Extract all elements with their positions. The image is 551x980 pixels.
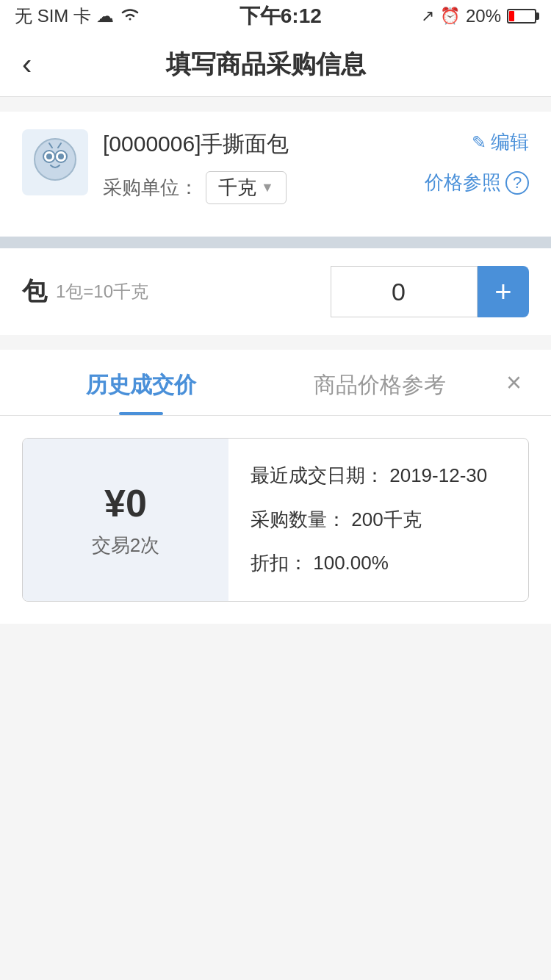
product-left: [0000006]手撕面包 采购单位： 千克 ▼ — [22, 129, 289, 204]
unit-label: 采购单位： — [103, 175, 198, 201]
back-button[interactable]: ‹ — [22, 48, 32, 81]
tab-price-ref[interactable]: 商品价格参考 — [260, 350, 498, 415]
help-icon[interactable]: ? — [505, 171, 529, 195]
quantity-input[interactable] — [331, 266, 478, 317]
history-card-left: ¥0 交易2次 — [23, 439, 228, 601]
bottom-space — [0, 624, 551, 980]
discount-value: 100.00% — [313, 552, 389, 574]
product-card: [0000006]手撕面包 采购单位： 千克 ▼ ✎ 编辑 价格参照 ? — [0, 112, 551, 237]
battery-percent: 20% — [466, 6, 501, 26]
tab-section: 历史成交价 商品价格参考 × ¥0 交易2次 最近成交日期： 2019-12-3… — [0, 350, 551, 624]
dropdown-arrow-icon: ▼ — [261, 180, 274, 195]
package-conversion: 1包=10千克 — [56, 280, 148, 303]
sim-label: 无 SIM 卡 ☁ — [15, 4, 114, 28]
edit-label: 编辑 — [491, 129, 529, 155]
product-right-col: ✎ 编辑 价格参照 ? — [425, 129, 529, 195]
quantity-controls: + — [331, 266, 529, 317]
purchase-quantity-label: 采购数量： — [251, 508, 346, 530]
product-info: [0000006]手撕面包 采购单位： 千克 ▼ — [103, 129, 289, 204]
recent-date-label: 最近成交日期： — [251, 464, 384, 486]
unit-dropdown[interactable]: 千克 ▼ — [206, 171, 287, 204]
edit-icon: ✎ — [472, 132, 486, 153]
unit-value: 千克 — [218, 175, 256, 201]
tab-history-price[interactable]: 历史成交价 — [22, 350, 260, 415]
battery-icon — [507, 9, 536, 24]
svg-point-4 — [58, 154, 64, 159]
quantity-plus-button[interactable]: + — [478, 266, 529, 317]
status-time: 下午6:12 — [240, 2, 322, 30]
discount-label: 折扣： — [251, 552, 308, 574]
svg-point-3 — [46, 154, 52, 159]
price-ref-label: 价格参照 — [425, 170, 501, 195]
tab-price-ref-label: 商品价格参考 — [314, 372, 446, 397]
wifi-icon — [120, 6, 140, 26]
product-logo — [33, 137, 77, 188]
product-image — [22, 129, 88, 195]
tab-history-price-label: 历史成交价 — [86, 372, 196, 397]
history-price: ¥0 — [104, 481, 147, 525]
history-content: ¥0 交易2次 最近成交日期： 2019-12-30 采购数量： 200千克 折… — [0, 416, 551, 624]
history-card: ¥0 交易2次 最近成交日期： 2019-12-30 采购数量： 200千克 折… — [22, 438, 529, 602]
history-card-right: 最近成交日期： 2019-12-30 采购数量： 200千克 折扣： 100.0… — [228, 439, 528, 601]
purchase-quantity-value: 200千克 — [351, 508, 421, 530]
divider-bar — [0, 237, 551, 248]
tab-close-button[interactable]: × — [499, 360, 529, 406]
product-header: [0000006]手撕面包 采购单位： 千克 ▼ ✎ 编辑 价格参照 ? — [22, 129, 529, 204]
page-title: 填写商品采购信息 — [46, 48, 485, 82]
recent-date-value: 2019-12-30 — [389, 464, 487, 486]
price-ref-button[interactable]: 价格参照 ? — [425, 170, 529, 195]
product-unit-row: 采购单位： 千克 ▼ — [103, 171, 289, 204]
package-label: 包 — [22, 275, 47, 309]
status-right: ↗ ⏰ 20% — [421, 6, 536, 26]
status-bar: 无 SIM 卡 ☁ 下午6:12 ↗ ⏰ 20% — [0, 0, 551, 32]
history-quantity-row: 采购数量： 200千克 — [251, 505, 506, 536]
quantity-label: 包 1包=10千克 — [22, 275, 148, 309]
history-recent-date-row: 最近成交日期： 2019-12-30 — [251, 461, 506, 491]
alarm-icon: ⏰ — [440, 7, 460, 26]
location-icon: ↗ — [421, 7, 434, 26]
history-transactions: 交易2次 — [92, 533, 159, 558]
edit-button[interactable]: ✎ 编辑 — [472, 129, 529, 155]
quantity-row: 包 1包=10千克 + — [0, 248, 551, 335]
status-left: 无 SIM 卡 ☁ — [15, 4, 140, 28]
nav-bar: ‹ 填写商品采购信息 — [0, 32, 551, 97]
product-name: [0000006]手撕面包 — [103, 129, 289, 159]
tab-header: 历史成交价 商品价格参考 × — [0, 350, 551, 416]
history-discount-row: 折扣： 100.00% — [251, 548, 506, 579]
